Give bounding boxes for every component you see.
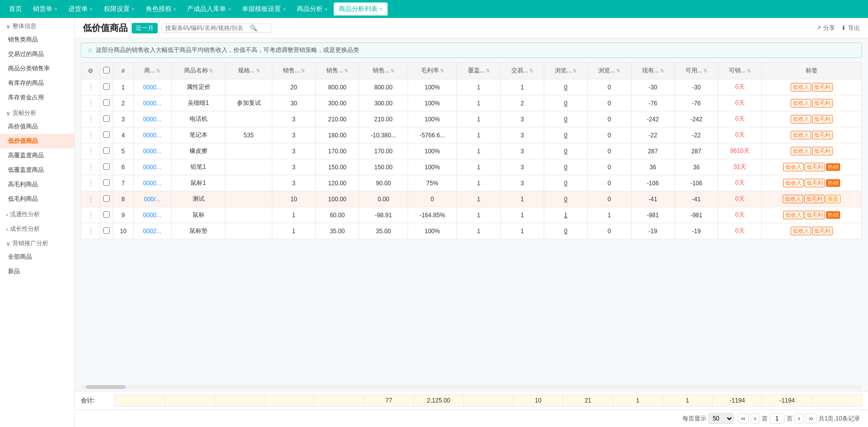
search-icon[interactable]: 🔍 [250, 24, 257, 31]
row-checkbox[interactable] [103, 195, 110, 202]
checkbox-cell[interactable] [100, 207, 113, 223]
checkbox-cell[interactable] [100, 159, 113, 175]
coverage-col-header[interactable]: 覆盖...⇅ [457, 62, 500, 79]
sidebar-item-category-sales-rate[interactable]: 商品分类销售率 [0, 61, 74, 76]
stock-available-col-header[interactable]: 可用...⇅ [674, 62, 718, 79]
code-cell[interactable]: 0000... [133, 127, 171, 143]
sidebar-item-sales-products[interactable]: 销售类商品 [0, 32, 74, 47]
row-settings-icon[interactable]: ⋮ [88, 132, 94, 139]
close-role-icon[interactable]: × [174, 6, 177, 12]
code-cell[interactable]: 0000... [133, 111, 171, 127]
checkbox-cell[interactable] [100, 175, 113, 191]
sidebar-item-low-margin[interactable]: 低毛利商品 [0, 192, 74, 206]
row-settings-icon[interactable]: ⋮ [88, 228, 94, 235]
row-settings-icon[interactable]: ⋮ [88, 196, 94, 203]
nav-home[interactable]: 首页 [4, 2, 27, 15]
scrollbar-thumb[interactable] [86, 385, 126, 389]
settings-cell[interactable]: ⋮ [81, 159, 100, 175]
trade-col-header[interactable]: 交易...⇅ [500, 62, 544, 79]
browse2-col-header[interactable]: 浏览...⇅ [588, 62, 631, 79]
settings-cell[interactable]: ⋮ [81, 79, 100, 95]
sidebar-group-overall[interactable]: ∨ 整体信息 [0, 18, 74, 32]
checkbox-cell[interactable] [100, 111, 113, 127]
row-settings-icon[interactable]: ⋮ [88, 148, 94, 155]
sales-cost-col-header[interactable]: 销售...⇅ [359, 62, 408, 79]
code-cell[interactable]: 0000... [133, 159, 171, 175]
row-checkbox[interactable] [103, 179, 110, 186]
sidebar-group-circulation[interactable]: › 流通性分析 [0, 206, 74, 221]
browse1-cell[interactable]: 0 [544, 143, 587, 159]
code-cell[interactable]: 0000... [133, 207, 171, 223]
sidebar-item-low-value[interactable]: 低价值商品 [0, 134, 74, 148]
gross-margin-col-header[interactable]: 毛利率⇅ [408, 62, 457, 79]
settings-cell[interactable]: ⋮ [81, 223, 100, 239]
row-checkbox[interactable] [103, 131, 110, 138]
settings-cell[interactable]: ⋮ [81, 111, 100, 127]
horizontal-scrollbar[interactable] [81, 385, 862, 389]
close-product-analysis-icon[interactable]: × [325, 6, 328, 12]
nav-product-inbound[interactable]: 产成品入库单 × [182, 2, 236, 15]
row-settings-icon[interactable]: ⋮ [88, 100, 94, 107]
code-cell[interactable]: 0000... [133, 79, 171, 95]
row-checkbox[interactable] [103, 99, 110, 106]
settings-col-header[interactable]: ⚙ [81, 62, 100, 79]
checkbox-cell[interactable] [100, 191, 113, 207]
first-page-button[interactable]: ‹‹ [738, 414, 749, 424]
checkbox-cell[interactable] [100, 143, 113, 159]
search-box[interactable]: 🔍 [162, 23, 271, 33]
stock-current-col-header[interactable]: 现有...⇅ [631, 62, 674, 79]
row-settings-icon[interactable]: ⋮ [88, 180, 94, 187]
browse1-cell[interactable]: 0 [544, 191, 587, 207]
nav-purchase-order[interactable]: 进货单 × [63, 2, 98, 15]
row-checkbox[interactable] [103, 115, 110, 122]
name-col-header[interactable]: 商品名称⇅ [171, 62, 225, 79]
checkbox-cell[interactable] [100, 79, 113, 95]
close-product-inbound-icon[interactable]: × [228, 6, 231, 12]
close-permission-icon[interactable]: × [132, 6, 135, 12]
browse1-cell[interactable]: 0 [544, 79, 587, 95]
browse1-cell[interactable]: 0 [544, 111, 587, 127]
sidebar-group-growth[interactable]: › 成长性分析 [0, 221, 74, 235]
sales-qty-col-header[interactable]: 销售...⇅ [272, 62, 315, 79]
settings-cell[interactable]: ⋮ [81, 143, 100, 159]
export-button[interactable]: ⬇ 导出 [841, 24, 860, 32]
page-size-selector[interactable]: 每页显示 50 100 200 [682, 413, 734, 424]
browse1-cell[interactable]: 1 [544, 207, 587, 223]
search-input[interactable] [165, 24, 250, 31]
row-checkbox[interactable] [103, 227, 110, 234]
browse1-cell[interactable]: 0 [544, 223, 587, 239]
next-page-button[interactable]: › [795, 414, 804, 424]
nav-template-settings[interactable]: 单据模板设置 × [237, 2, 291, 15]
settings-cell[interactable]: ⋮ [81, 207, 100, 223]
settings-cell[interactable]: ⋮ [81, 191, 100, 207]
browse1-cell[interactable]: 0 [544, 159, 587, 175]
per-page-select[interactable]: 50 100 200 [708, 413, 734, 424]
sidebar-item-high-margin[interactable]: 高毛利商品 [0, 177, 74, 192]
code-cell[interactable]: 0000... [133, 95, 171, 111]
sidebar-group-contribution[interactable]: ∨ 贡献分析 [0, 105, 74, 119]
share-button[interactable]: ↗ 分享 [816, 24, 835, 32]
browse1-cell[interactable]: 0 [544, 127, 587, 143]
sidebar-item-new-products[interactable]: 新品 [0, 264, 74, 279]
sidebar-group-marketing[interactable]: ∨ 营销推广分析 [0, 235, 74, 250]
sidebar-item-inventory-capital[interactable]: 库存资金占用 [0, 90, 74, 105]
checkbox-cell[interactable] [100, 127, 113, 143]
row-settings-icon[interactable]: ⋮ [88, 164, 94, 171]
row-settings-icon[interactable]: ⋮ [88, 212, 94, 219]
code-cell[interactable]: 0002... [133, 223, 171, 239]
current-page-input[interactable] [770, 414, 785, 424]
code-cell[interactable]: 0000... [133, 175, 171, 191]
last-page-button[interactable]: ›› [806, 414, 817, 424]
nav-product-analysis-list[interactable]: 商品分析列表 × [334, 2, 388, 15]
settings-icon[interactable]: ⚙ [88, 67, 93, 74]
sidebar-item-high-coverage[interactable]: 高覆盖度商品 [0, 148, 74, 163]
close-template-icon[interactable]: × [283, 6, 286, 12]
prev-page-button[interactable]: ‹ [751, 414, 760, 424]
browse1-col-header[interactable]: 浏览...⇅ [544, 62, 587, 79]
nav-permission-settings[interactable]: 权限设置 × [99, 2, 140, 15]
row-checkbox[interactable] [103, 211, 110, 218]
nav-role-auth[interactable]: 角色授权 × [141, 2, 182, 15]
sidebar-item-high-value[interactable]: 高价值商品 [0, 119, 74, 134]
settings-cell[interactable]: ⋮ [81, 175, 100, 191]
checkbox-cell[interactable] [100, 95, 113, 111]
